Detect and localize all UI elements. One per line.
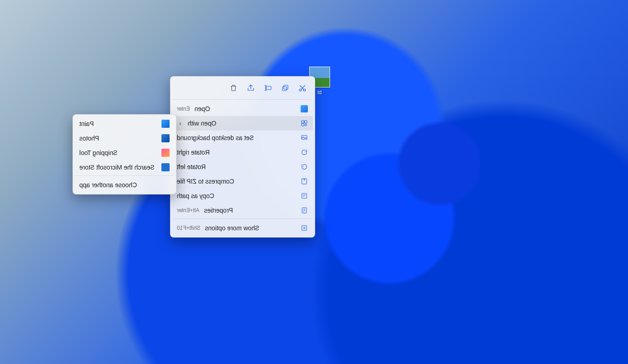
menu-item-label: Rotate right <box>177 149 209 156</box>
rename-icon <box>264 84 272 92</box>
menu-item-label: Show more options <box>205 224 259 232</box>
menu-item-label: Open <box>195 105 210 112</box>
svg-rect-2 <box>282 87 287 91</box>
copy-path-icon <box>300 192 308 200</box>
menu-item-open[interactable]: Open Enter <box>172 102 313 116</box>
menu-item-copy-path[interactable]: Copy as path <box>172 189 313 203</box>
menu-item-show-more[interactable]: Show more options Shift+F10 <box>172 221 313 235</box>
menu-item-properties[interactable]: Properties Alt+Enter <box>172 203 313 218</box>
submenu-item-label: Snipping Tool <box>79 149 117 156</box>
svg-point-1 <box>299 89 302 91</box>
submenu-item-photos[interactable]: Photos <box>75 131 174 146</box>
properties-icon <box>300 206 308 214</box>
more-options-icon <box>300 224 308 232</box>
menu-item-label: Compress to ZIP file <box>177 178 234 185</box>
paint-app-icon <box>161 120 170 128</box>
svg-point-0 <box>303 89 306 91</box>
svg-rect-6 <box>305 121 307 123</box>
snipping-tool-app-icon <box>161 149 170 157</box>
submenu-item-label: Search the Microsoft Store <box>79 164 155 171</box>
menu-item-compress-zip[interactable]: Compress to ZIP file <box>172 174 313 189</box>
open-with-submenu: Paint Photos Snipping Tool Search the Mi… <box>73 114 176 194</box>
svg-rect-3 <box>284 85 288 89</box>
copy-button[interactable] <box>277 80 293 96</box>
svg-rect-11 <box>302 194 307 199</box>
svg-rect-7 <box>302 124 304 126</box>
rotate-left-icon <box>300 163 308 171</box>
submenu-item-choose-another[interactable]: Choose another app <box>75 178 174 192</box>
photo-icon <box>300 105 308 113</box>
delete-button[interactable] <box>226 80 241 96</box>
menu-item-open-with[interactable]: Open with › <box>172 116 313 131</box>
desktop-background-icon <box>300 134 308 142</box>
cut-button[interactable] <box>295 80 310 96</box>
menu-item-rotate-right[interactable]: Rotate right <box>172 145 313 160</box>
menu-item-shortcut: Shift+F10 <box>177 225 200 231</box>
menu-item-shortcut: Enter <box>177 106 190 112</box>
menu-item-label: Set as desktop background <box>177 134 254 141</box>
submenu-item-label: Photos <box>79 135 99 142</box>
submenu-item-paint[interactable]: Paint <box>75 116 174 131</box>
menu-item-label: Open with <box>188 120 216 127</box>
menu-item-label: Rotate left <box>177 163 206 170</box>
menu-item-set-background[interactable]: Set as desktop background <box>172 131 313 145</box>
chevron-right-icon: › <box>177 120 183 127</box>
menu-item-label: Properties <box>204 207 233 214</box>
menu-separator <box>172 218 313 219</box>
submenu-item-snipping-tool[interactable]: Snipping Tool <box>75 146 174 160</box>
rename-button[interactable] <box>260 80 276 96</box>
desktop-file-label: bl <box>317 89 321 96</box>
copy-icon <box>281 84 289 92</box>
submenu-item-search-store[interactable]: Search the Microsoft Store <box>75 160 174 175</box>
share-icon <box>247 84 255 92</box>
photos-app-icon <box>161 134 170 142</box>
menu-item-label: Copy as path <box>177 192 214 199</box>
context-menu-toolbar <box>172 78 313 98</box>
context-menu: Open Enter Open with › Set as desktop ba… <box>170 76 315 238</box>
menu-item-rotate-left[interactable]: Rotate left <box>172 160 313 174</box>
menu-separator <box>172 99 313 100</box>
trash-icon <box>229 84 238 92</box>
svg-rect-4 <box>266 86 271 90</box>
blank-icon <box>161 181 170 189</box>
submenu-item-label: Paint <box>79 120 94 127</box>
rotate-right-icon <box>300 148 308 156</box>
microsoft-store-icon <box>161 163 170 171</box>
svg-point-8 <box>305 124 307 126</box>
desktop[interactable]: bl <box>0 0 628 364</box>
svg-rect-5 <box>302 121 304 123</box>
zip-icon <box>300 177 308 185</box>
scissors-icon <box>298 84 307 92</box>
submenu-item-label: Choose another app <box>79 181 137 189</box>
open-with-icon <box>300 119 308 127</box>
menu-separator <box>75 175 174 176</box>
menu-item-shortcut: Alt+Enter <box>177 207 200 214</box>
share-button[interactable] <box>243 80 258 96</box>
